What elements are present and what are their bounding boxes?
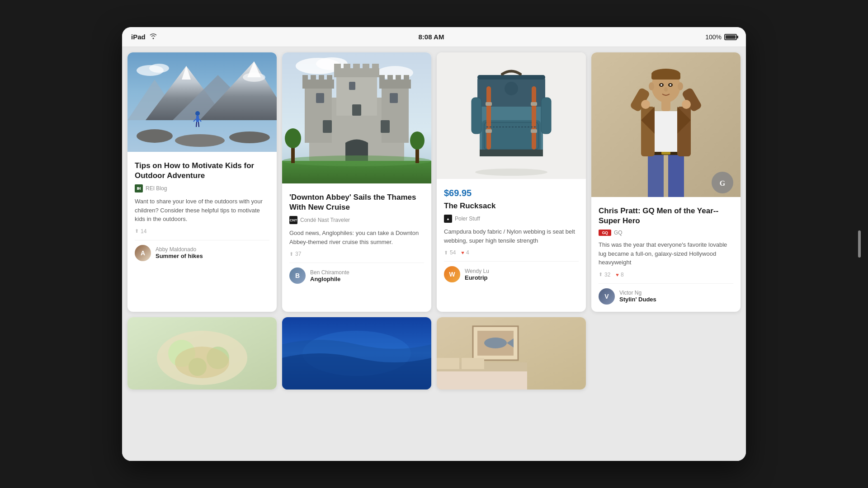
poler-logo: ▲ [444,215,452,223]
card-food-partial[interactable] [127,317,277,389]
battery-icon [724,34,737,40]
cnt-logo: CNT [289,216,297,224]
status-bar: iPad 8:08 AM 100% [122,27,746,47]
svg-rect-31 [319,75,324,82]
svg-rect-41 [353,64,360,70]
svg-rect-46 [349,82,355,90]
user-avatar-3: W [444,266,460,282]
card-title-2: 'Downton Abbey' Sails the Thames With Ne… [289,192,424,212]
read-stat-2: ⬆ 37 [289,251,301,257]
rei-logo [135,184,143,192]
svg-point-60 [505,82,518,95]
svg-rect-68 [531,102,537,106]
card-rucksack[interactable]: $69.95 The Rucksack ▲ Poler Stuff Campdu… [437,52,586,312]
svg-rect-72 [480,150,543,156]
reads-count-4: 32 [604,272,610,278]
svg-rect-49 [352,104,361,116]
svg-point-22 [316,57,348,70]
room-image [437,317,586,389]
user-avatar: A [135,245,151,261]
read-stat-3: ⬆ 54 [444,249,456,256]
svg-point-86 [641,100,650,109]
status-right: 100% [705,33,737,41]
ipad-frame: iPad 8:08 AM 100% [122,27,746,461]
svg-rect-35 [396,75,401,82]
card-stats-4: ⬆ 32 ♥ 8 [599,272,733,278]
svg-line-15 [198,122,199,127]
source-name-2: Condé Nast Traveler [300,217,350,223]
card-user-3[interactable]: W Wendy Lu Eurotrip [444,261,579,282]
card-source-4: GQ GQ [599,230,733,236]
reads-icon: ⬆ [135,228,139,234]
reads-icon-3: ⬆ [444,250,448,256]
svg-rect-75 [648,152,664,197]
card-title-3: The Rucksack [444,201,579,211]
svg-rect-33 [379,75,385,82]
card-image-wrapper-2 [282,52,431,185]
svg-rect-76 [668,152,684,197]
svg-rect-91 [651,74,680,80]
card-title: Tips on How to Motivate Kids for Outdoor… [135,161,269,181]
ipad-label: iPad [131,33,146,41]
read-stat-4: ⬆ 32 [599,272,610,278]
reads-count-2: 37 [295,251,301,257]
card-room-partial[interactable] [437,317,586,389]
user-info: Abby Maldonado Summer of hikes [156,246,203,259]
source-name-3: Poler Stuff [455,216,480,222]
svg-point-87 [682,100,691,109]
wifi-icon [149,33,157,41]
svg-rect-65 [486,86,491,150]
status-left: iPad [131,33,157,41]
svg-rect-39 [334,64,341,70]
source-name: REI Blog [146,185,167,192]
svg-rect-69 [486,129,492,133]
user-board-3: Eurotrip [465,274,489,281]
card-title-4: Chris Pratt: GQ Men of the Year--Super H… [599,206,733,226]
user-name: Abby Maldonado [156,246,203,253]
card-user-2[interactable]: B Ben Chiramonte Anglophile [289,263,424,284]
svg-point-17 [149,64,169,73]
svg-rect-29 [302,75,308,82]
card-rei-outdoor[interactable]: Tips on How to Motivate Kids for Outdoor… [127,52,277,312]
svg-rect-67 [486,102,492,106]
svg-rect-34 [387,75,393,82]
svg-point-98 [678,82,683,90]
card-source-2: CNT Condé Nast Traveler [289,216,424,224]
svg-rect-19 [140,187,141,190]
card-downton-abbey[interactable]: 'Downton Abbey' Sails the Thames With Ne… [282,52,431,312]
card-water-partial[interactable] [282,317,431,389]
reads-icon-2: ⬆ [289,251,293,257]
user-info-4: Victor Ng Stylin' Dudes [619,290,656,303]
card-chris-pratt[interactable]: G Chris Pratt: GQ Men of the Year--Super… [591,52,741,312]
card-price: $69.95 [444,188,579,198]
svg-text:G: G [720,179,726,187]
user-name-4: Victor Ng [619,290,656,296]
user-avatar-4: V [599,288,615,305]
svg-rect-117 [462,358,484,369]
battery-percent: 100% [705,33,722,41]
svg-rect-62 [541,98,551,134]
svg-point-73 [475,169,547,176]
card-description-3: Campdura body fabric / Nylon webbing is … [444,227,579,245]
card-description-2: Good news, Anglophiles: you can take a D… [289,229,424,246]
svg-point-51 [282,155,431,166]
reads-count: 14 [141,228,146,235]
card-user-4[interactable]: V Victor Ng Stylin' Dudes [599,283,733,305]
reads-icon-4: ⬆ [599,272,603,277]
backpack-image [437,52,586,179]
source-name-4: GQ [614,230,623,236]
mountain-image [127,52,277,152]
svg-rect-42 [363,64,369,70]
svg-rect-45 [390,93,398,103]
likes-count-4: 8 [621,272,624,278]
card-stats: ⬆ 14 [135,228,269,235]
card-user[interactable]: A Abby Maldonado Summer of hikes [135,240,269,261]
svg-rect-25 [305,84,332,143]
user-info-3: Wendy Lu Eurotrip [465,268,489,281]
svg-point-94 [660,84,662,86]
svg-rect-26 [382,84,409,143]
svg-rect-32 [327,75,332,82]
heart-icon-3: ♥ [461,250,464,255]
content-area[interactable]: Tips on How to Motivate Kids for Outdoor… [122,47,746,461]
like-stat-4: ♥ 8 [616,272,623,278]
